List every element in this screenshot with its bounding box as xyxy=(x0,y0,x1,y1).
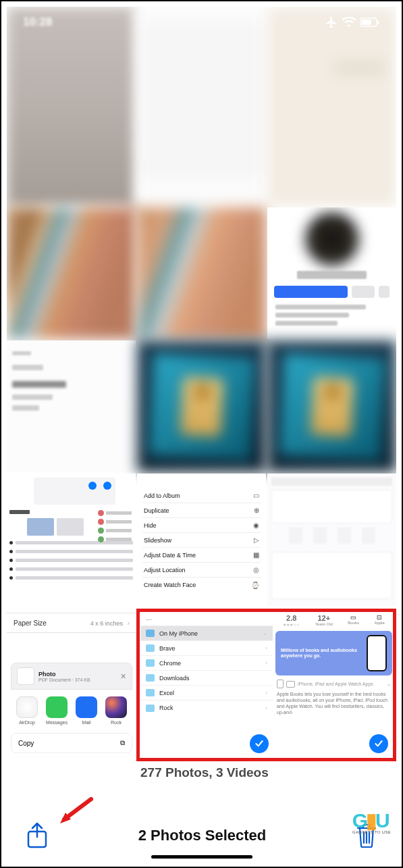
photo-tile[interactable] xyxy=(7,474,136,606)
files-item-chrome[interactable]: Chrome› xyxy=(140,656,273,671)
appstore-panel: 2.8★★★☆☆ 12+Years Old ▭Books ⊡Apple Mill… xyxy=(275,613,392,715)
photo-tile[interactable] xyxy=(137,340,266,472)
action-duplicate[interactable]: Duplicate⊕ xyxy=(142,503,261,518)
chevron-down-icon: ⌄ xyxy=(263,630,267,636)
stat-category: ▭Books xyxy=(348,614,359,627)
action-slideshow[interactable]: Slideshow▷ xyxy=(142,533,261,548)
chevron-right-icon: › xyxy=(265,660,267,666)
status-icons xyxy=(325,16,380,29)
battery-icon xyxy=(360,18,380,27)
share-subtitle: PDF Document · 374 KB xyxy=(38,678,116,682)
photo-tile[interactable] xyxy=(7,340,136,472)
stat-developer: ⊡Apple xyxy=(374,614,384,627)
plus-icon: ⊕ xyxy=(254,507,259,514)
appstore-description: Apple Books lets you lose yourself in th… xyxy=(275,691,392,715)
share-app-airdrop[interactable]: AirDrop xyxy=(16,696,38,725)
photo-tile[interactable] xyxy=(7,207,136,339)
files-section-prev: — xyxy=(140,613,273,626)
photo-tile[interactable] xyxy=(267,340,396,472)
chevron-right-icon: › xyxy=(265,690,267,696)
rock-icon xyxy=(105,696,127,718)
watermark: G▮U GADGETS TO USE xyxy=(352,809,391,834)
action-adjust-date[interactable]: Adjust Date & Time▦ xyxy=(142,548,261,563)
status-bar: 10:28 xyxy=(7,7,396,38)
album-icon: ▭ xyxy=(253,492,259,499)
wifi-icon xyxy=(342,17,356,28)
copy-icon: ⧉ xyxy=(120,739,125,747)
bottom-area: Paper Size 4 x 6 inches › Photo PDF Docu… xyxy=(7,609,396,861)
messages-icon xyxy=(46,696,68,718)
paper-size-row[interactable]: Paper Size 4 x 6 inches › xyxy=(7,613,136,633)
airplane-icon xyxy=(325,16,338,29)
photo-tile[interactable] xyxy=(267,474,396,606)
copy-action[interactable]: Copy ⧉ xyxy=(11,733,132,753)
selection-check-icon[interactable] xyxy=(250,734,269,753)
svg-rect-1 xyxy=(362,20,371,25)
phone-mock-icon xyxy=(367,635,387,671)
annotation-arrow-icon xyxy=(56,796,97,826)
chevron-right-icon: › xyxy=(126,619,130,627)
chevron-right-icon: › xyxy=(265,645,267,651)
files-item-excel[interactable]: Excel› xyxy=(140,686,273,700)
share-thumbnail xyxy=(17,667,34,685)
share-header: Photo PDF Document · 374 KB ✕ xyxy=(11,663,132,690)
mail-icon xyxy=(76,696,97,718)
share-app-messages[interactable]: Messages xyxy=(46,696,68,725)
close-icon[interactable]: ✕ xyxy=(120,672,126,681)
appstore-banner: Millions of books and audiobooks anywher… xyxy=(275,631,392,675)
paper-size-value: 4 x 6 inches xyxy=(90,620,123,627)
share-app-mail[interactable]: Mail xyxy=(76,696,97,725)
action-add-to-album[interactable]: Add to Album▭ xyxy=(142,488,261,503)
share-title: Photo xyxy=(38,671,116,678)
eye-icon: ◉ xyxy=(253,521,259,529)
photo-tile[interactable] xyxy=(267,207,396,339)
play-icon: ▷ xyxy=(254,536,259,544)
action-watch-face[interactable]: Create Watch Face⌚ xyxy=(142,578,261,592)
files-item-rock[interactable]: Rock› xyxy=(140,700,273,715)
home-indicator[interactable] xyxy=(151,855,252,859)
photo-tile[interactable]: Add to Album▭ Duplicate⊕ Hide◉ Slideshow… xyxy=(137,474,266,606)
watch-icon: ⌚ xyxy=(251,582,259,589)
library-counts: 277 Photos, 3 Videos xyxy=(140,765,269,780)
files-item-brave[interactable]: Brave› xyxy=(140,641,273,656)
action-adjust-location[interactable]: Adjust Location◎ xyxy=(142,563,261,578)
stat-rating: 2.8★★★☆☆ xyxy=(283,614,300,627)
appstore-devices[interactable]: iPhone, iPad and Apple Watch Apps ⌄ xyxy=(275,675,392,691)
svg-rect-2 xyxy=(377,21,379,24)
action-hide[interactable]: Hide◉ xyxy=(142,518,261,533)
files-panel: — On My iPhone⌄ Brave› Chrome› Downloads… xyxy=(140,613,273,715)
files-item-downloads[interactable]: Downloads xyxy=(140,671,273,686)
status-time: 10:28 xyxy=(23,16,52,29)
chevron-right-icon: › xyxy=(265,705,267,711)
files-root[interactable]: On My iPhone⌄ xyxy=(140,626,273,641)
photo-tile[interactable] xyxy=(137,207,266,339)
photo-grid[interactable]: Add to Album▭ Duplicate⊕ Hide◉ Slideshow… xyxy=(7,7,396,606)
stat-age: 12+Years Old xyxy=(315,614,333,627)
share-sheet: Photo PDF Document · 374 KB ✕ AirDrop Me… xyxy=(11,663,132,753)
share-button[interactable] xyxy=(26,822,49,849)
appstore-stats: 2.8★★★☆☆ 12+Years Old ▭Books ⊡Apple xyxy=(275,613,392,631)
airdrop-icon xyxy=(16,696,38,718)
paper-size-label: Paper Size xyxy=(14,619,47,627)
calendar-icon: ▦ xyxy=(253,551,259,559)
chevron-down-icon: ⌄ xyxy=(387,682,391,687)
selection-count: 2 Photos Selected xyxy=(138,827,267,844)
share-app-rock[interactable]: Rock xyxy=(105,696,127,725)
pin-icon: ◎ xyxy=(253,566,259,573)
selection-check-icon[interactable] xyxy=(369,734,388,753)
